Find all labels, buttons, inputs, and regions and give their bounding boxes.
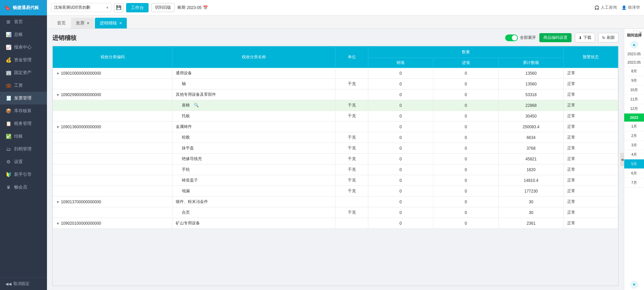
cell-total: 6634 (498, 132, 564, 143)
download-icon: ⬇ (579, 35, 582, 40)
period-item[interactable]: 2023.05 (624, 58, 644, 67)
calendar-icon[interactable]: 📅 (203, 5, 208, 10)
expand-icon[interactable]: ▼ (56, 93, 60, 97)
sidebar-item-member[interactable]: ♛畅会员 (0, 181, 47, 194)
period-item[interactable]: 3月 (624, 141, 644, 150)
th-tax-code: 税收分类编码 (53, 47, 172, 68)
period-item[interactable]: 11月 (624, 95, 644, 104)
period-item[interactable]: 2023 (624, 114, 644, 122)
cell-sales: 0 (368, 164, 433, 175)
cell-sales: 0 (368, 197, 433, 207)
sidebar-item-tax[interactable]: 📋税务管理 (0, 117, 47, 130)
sidebar-item-salary[interactable]: 💼工资 (0, 79, 47, 92)
refresh-button[interactable]: ↻ 刷新 (598, 33, 619, 43)
period-item[interactable]: 4月 (624, 150, 644, 159)
period-item[interactable]: 2023.05 (624, 50, 644, 58)
nav-label-funds: 资金管理 (14, 57, 32, 63)
sidebar-item-home[interactable]: ⊞首页 (0, 15, 47, 28)
expand-icon[interactable]: ▼ (56, 200, 60, 204)
table-row: ▼109013600000000000 金属铸件 0 0 250083.4 正常 (53, 122, 618, 132)
search-icon[interactable]: 🔍 (194, 103, 199, 107)
cell-warning: 正常 (564, 207, 618, 218)
sidebar-item-assets[interactable]: 🏢固定资产 (0, 66, 47, 79)
sidebar-item-ledger[interactable]: 📊总账 (0, 28, 47, 41)
nav-icon-assets: 🏢 (5, 70, 11, 75)
cell-unit: 千克 (335, 79, 368, 89)
cell-total: 2361 (498, 218, 564, 229)
cell-purchase: 0 (433, 197, 498, 207)
tab-label-reconcile: 进销稽核 (100, 20, 117, 26)
cell-warning: 正常 (564, 89, 618, 100)
cell-total: 30 (498, 207, 564, 218)
sidebar-item-guide[interactable]: 🔰新手引导 (0, 168, 47, 181)
period-item[interactable]: 2月 (624, 131, 644, 141)
cell-sales: 0 (368, 79, 433, 89)
cell-name: 铸造盖子 (172, 175, 335, 186)
user-info[interactable]: 👤 徐泽华 (622, 5, 640, 10)
save-button[interactable]: 💾 (114, 3, 123, 12)
cell-unit (335, 68, 368, 79)
cell-purchase: 0 (433, 154, 498, 164)
cell-warning: 正常 (564, 111, 618, 122)
page-content: 进销稽核 全部展开 商品编码设置 ⬇ 下载 ↻ 刷新 (47, 29, 624, 290)
sidebar-bottom-btn[interactable]: ◀◀ 取消固定 (0, 277, 47, 290)
switch-version-button[interactable]: 切到旧版 (151, 3, 175, 12)
topbar-right: 🎧 人工咨询 👤 徐泽华 (594, 5, 640, 10)
expand-all-toggle[interactable]: 全部展开 (505, 34, 536, 41)
nav-icon-guide: 🔰 (5, 172, 11, 177)
period-item[interactable]: 1月 (624, 122, 644, 131)
product-code-button[interactable]: 商品编码设置 (539, 33, 572, 42)
cell-name: 锻件、粉末冶金件 (172, 197, 335, 207)
expand-icon[interactable]: ▼ (56, 72, 60, 75)
period-down-button[interactable]: ▼ (630, 281, 638, 289)
tab-invoice[interactable]: 发票✕ (71, 18, 94, 28)
sidebar-item-settings[interactable]: ⚙设置 (0, 155, 47, 168)
sidebar-item-settle[interactable]: ✅结账 (0, 130, 47, 143)
sidebar-item-inventory[interactable]: 📦库存核算 (0, 104, 47, 117)
expand-panel-button[interactable]: ⛶ (633, 30, 637, 35)
table-row: ▼109020100000000000 矿山专用设备 0 0 2361 正常 (53, 218, 618, 229)
cell-unit: 千克 (335, 154, 368, 164)
cell-purchase: 0 (433, 79, 498, 89)
tab-reconcile[interactable]: 进销稽核✕ (95, 18, 127, 28)
close-panel-button[interactable]: ✕ (639, 30, 643, 35)
tab-close-reconcile[interactable]: ✕ (119, 21, 122, 25)
company-selector[interactable]: 沈海英测试经营勿删 ▾ (51, 3, 111, 12)
cell-name: 绝缘导线壳 (172, 154, 335, 164)
tab-home[interactable]: 首页 (52, 18, 70, 28)
table-row: 轮毂 千克 0 0 6634 正常 (53, 132, 618, 143)
sidebar-item-reports[interactable]: 📈报表中心 (0, 41, 47, 54)
sidebar-item-archive[interactable]: 🗂归档管理 (0, 143, 47, 155)
th-total: 累计数额 (498, 58, 564, 68)
sidebar-item-funds[interactable]: 💰资金管理 (0, 54, 47, 66)
workbench-button[interactable]: 工作台 (126, 3, 149, 12)
cell-unit: 千克 (335, 111, 368, 122)
table-row: 座椅 🔍 千克 0 0 22868 正常 (53, 100, 618, 111)
expand-icon[interactable]: ▼ (56, 125, 60, 129)
cell-total: 30 (498, 197, 564, 207)
service-btn[interactable]: 🎧 人工咨询 (594, 5, 617, 10)
period-item[interactable]: 6月 (624, 169, 644, 178)
cell-total: 22868 (498, 100, 564, 111)
expand-icon[interactable]: ▼ (56, 222, 60, 225)
period-item[interactable]: 12月 (624, 104, 644, 114)
nav-icon-inventory: 📦 (5, 108, 11, 114)
cell-unit: 千克 (335, 164, 368, 175)
cell-unit: 千克 (335, 143, 368, 154)
panel-collapse-button[interactable]: ◀ (620, 153, 624, 166)
sidebar-item-invoices[interactable]: 🧾发票管理 (0, 92, 47, 104)
period-item[interactable]: 10月 (624, 85, 644, 95)
headset-icon: 🎧 (594, 5, 599, 10)
chevron-down-icon: ▾ (106, 5, 108, 10)
toggle-switch[interactable] (505, 34, 518, 41)
period-up-button[interactable]: ▲ (630, 41, 638, 49)
nav-label-home: 首页 (14, 19, 23, 25)
period-item[interactable]: 9月 (624, 76, 644, 85)
download-button[interactable]: ⬇ 下载 (575, 33, 595, 43)
tab-close-invoice[interactable]: ✕ (87, 21, 90, 25)
period-item[interactable]: 8月 (624, 67, 644, 76)
period-item[interactable]: 7月 (624, 178, 644, 188)
period-item[interactable]: 5月 (624, 159, 644, 169)
table-row: ▼109029900000000000 其他专用设备及零部件 0 0 53318… (53, 89, 618, 100)
period-value: 2023-05 (187, 5, 202, 10)
